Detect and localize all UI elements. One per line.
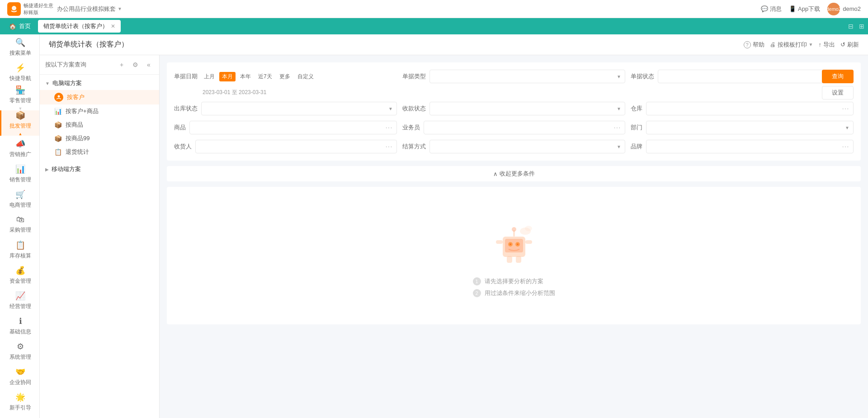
brand-input[interactable]: ··· [646,140,854,153]
warehouse-input[interactable]: ··· [646,102,854,115]
header-right: 💬 消息 📱 App下载 demo2 demo2 [761,3,861,15]
sidebar-item-cooperation[interactable]: 🤝 企业协同 [0,364,39,389]
basics-icon: ℹ [19,316,22,326]
filter-row-4: 收货人 ··· 结算方式 ▼ [174,140,854,153]
sidebar-item-retail[interactable]: 🏪 零售管理 ▼ [0,85,39,110]
page-header: 销货单统计表（按客户） ? 帮助 🖨 按模板打印 ▼ ↑ 导出 ↺ 刷新 [40,34,868,55]
date-current-year[interactable]: 本年 [237,72,254,81]
settlement-arrow-icon: ▼ [617,144,621,149]
tab-bar: 🏠 首页 销货单统计表（按客户） ✕ ⊟ ⊞ [0,18,868,34]
tab-home[interactable]: 🏠 首页 [4,20,36,33]
sidebar-item-system[interactable]: ⚙ 系统管理 [0,338,39,364]
refresh-icon: ↺ [840,41,845,48]
svg-point-0 [12,6,16,10]
receiver-input[interactable]: ··· [195,140,397,153]
scheme-group-desktop-header[interactable]: ▼ 电脑端方案 [40,76,159,90]
sidebar-item-marketing[interactable]: 📣 营销推广 [0,136,39,161]
date-last-month[interactable]: 上月 [201,72,217,81]
receiver-dots-icon: ··· [386,143,393,150]
desktop-group-arrow-icon: ▼ [45,81,50,86]
logo-text: 畅捷通好生意 标账版 [24,2,53,15]
app-download-button[interactable]: 📱 App下载 [789,5,820,13]
sales-icon: 📊 [15,164,25,174]
filter-row-2: 出库状态 ▼ 收款状态 ▼ [174,102,854,115]
tab-minimize-icon[interactable]: ⊟ [848,23,854,30]
delivery-status-input[interactable]: ▼ [201,102,397,115]
sidebar-item-quick-nav[interactable]: ⚡ 快捷导航 [0,60,39,85]
filter-doc-type: 单据类型 ▼ [402,70,625,83]
template-print-button[interactable]: 🖨 按模板打印 ▼ [770,41,813,49]
action-buttons: 查询 设置 [822,70,854,100]
scheme-item-by-goods-99[interactable]: 📦 按商品99 [40,132,159,145]
message-icon: 💬 [761,5,768,12]
receipt-status-input[interactable]: ▼ [429,102,625,115]
date-last-7-days[interactable]: 近7天 [255,72,275,81]
breadcrumb-dropdown-icon[interactable]: ▼ [118,6,122,11]
filter-warehouse: 仓库 ··· [631,102,854,115]
scheme-group-mobile-header[interactable]: ▶ 移动端方案 [40,162,159,176]
mobile-group-arrow-icon: ▶ [45,167,49,172]
search-menu-icon: 🔍 [15,38,25,48]
tab-close-icon[interactable]: ✕ [111,24,115,29]
sidebar-item-ecommerce[interactable]: 🛒 电商管理 [0,186,39,212]
page-title: 销货单统计表（按客户） [49,40,128,55]
scheme-item-by-customer[interactable]: 按客户 [40,90,159,104]
goods-input[interactable]: ··· [189,121,397,134]
scheme-item-by-goods[interactable]: 📦 按商品 [40,118,159,132]
date-current-month[interactable]: 本月 [219,72,236,81]
breadcrumb: 办公用品行业模拟账套 ▼ [57,5,122,13]
left-panel: 按以下方案查询 + ⚙ « ▼ 电脑端方案 [40,55,160,418]
filter-brand: 品牌 ··· [631,140,854,153]
filter-goods: 商品 ··· [174,121,397,134]
sidebar-item-sales[interactable]: 📊 销售管理 [0,161,39,186]
svg-rect-9 [525,240,532,244]
department-input[interactable]: ▼ [646,121,854,134]
inventory-icon: 📋 [15,240,25,250]
scheme-group-desktop: ▼ 电脑端方案 按客户 📊 按客户+商品 📦 [40,75,159,161]
sidebar-item-search-menu[interactable]: 🔍 搜索菜单 [0,34,39,60]
scheme-item-by-customer-goods[interactable]: 📊 按客户+商品 [40,104,159,118]
svg-point-15 [525,226,532,231]
right-panel: 单据日期 上月 本月 本年 近7天 更多 自定义 [160,55,868,418]
date-more[interactable]: 更多 [277,72,293,81]
collapse-more-button[interactable]: ∧ 收起更多条件 [167,166,861,181]
empty-illustration [487,214,541,268]
panel-add-button[interactable]: + [117,60,127,70]
customer-goods-icon: 📊 [54,108,62,115]
top-header: 畅捷通好生意 标账版 办公用品行业模拟账套 ▼ 💬 消息 📱 App下载 dem… [0,0,868,18]
sidebar-item-inventory[interactable]: 📋 库存核算 [0,237,39,262]
sidebar-item-wholesale[interactable]: 📦 批发管理 ▲ [0,110,39,136]
by-goods-99-icon: 📦 [54,135,62,142]
filter-row-1: 单据日期 上月 本月 本年 近7天 更多 自定义 [174,70,854,83]
message-button[interactable]: 💬 消息 [761,5,782,13]
help-button[interactable]: ? 帮助 [744,41,764,49]
svg-rect-10 [507,256,512,263]
sidebar-item-app-center[interactable]: 📱 应用中心 [0,414,39,418]
cooperation-icon: 🤝 [15,367,25,377]
panel-settings-button[interactable]: ⚙ [130,60,140,70]
query-button[interactable]: 查询 [822,70,854,83]
date-custom[interactable]: 自定义 [295,72,316,81]
sidebar-item-newbie[interactable]: 🌟 新手引导 [0,389,39,414]
tab-maximize-icon[interactable]: ⊞ [859,23,864,30]
refresh-button[interactable]: ↺ 刷新 [840,41,859,49]
filter-card: 单据日期 上月 本月 本年 近7天 更多 自定义 [167,62,861,161]
filter-settlement: 结算方式 ▼ [402,140,625,153]
settlement-input[interactable]: ▼ [429,140,625,153]
svg-rect-8 [496,240,503,244]
sidebar-item-operations[interactable]: 📈 经营管理 [0,288,39,313]
inner-layout: 按以下方案查询 + ⚙ « ▼ 电脑端方案 [40,55,868,418]
empty-tip-2: 2 用过滤条件来缩小分析范围 [473,289,555,297]
scheme-item-return-stat[interactable]: 📋 退货统计 [40,145,159,159]
panel-collapse-button[interactable]: « [144,60,154,70]
salesperson-input[interactable]: ··· [424,121,625,134]
settings-button[interactable]: 设置 [822,86,854,100]
finance-icon: 💰 [15,266,25,276]
sidebar-item-finance[interactable]: 💰 资金管理 [0,262,39,288]
user-menu[interactable]: demo2 demo2 [827,3,861,15]
sidebar-item-basics[interactable]: ℹ 基础信息 [0,313,39,338]
doc-type-input[interactable]: ▼ [429,70,625,83]
sidebar-item-purchase[interactable]: 🛍 采购管理 [0,212,39,237]
tab-sales-stat[interactable]: 销货单统计表（按客户） ✕ [38,20,121,33]
export-button[interactable]: ↑ 导出 [819,41,835,49]
